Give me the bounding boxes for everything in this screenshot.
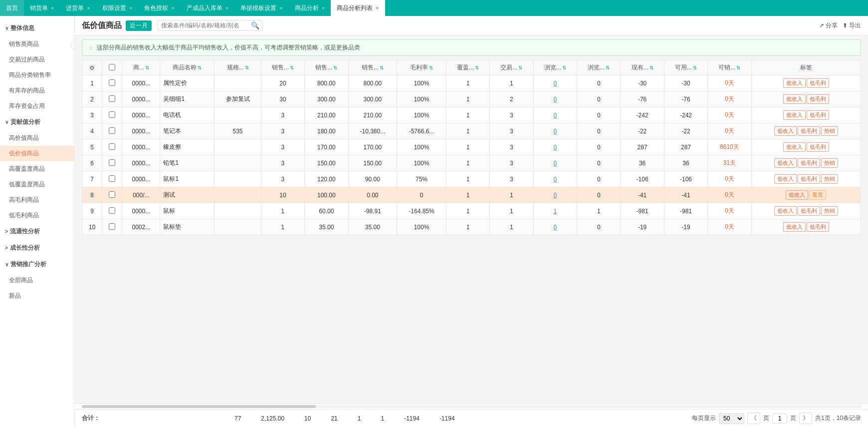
nav-product-entry[interactable]: 产成品入库单 ×: [181, 0, 234, 16]
row-check[interactable]: [102, 187, 122, 203]
sidebar-item-category-rate[interactable]: 商品分类销售率: [0, 67, 74, 83]
close-icon[interactable]: ×: [87, 5, 90, 11]
sidebar-item-stock-goods[interactable]: 有库存的商品: [0, 83, 74, 98]
browse-link[interactable]: 0: [553, 224, 557, 231]
row-checkbox[interactable]: [109, 207, 115, 214]
row-check[interactable]: [102, 203, 122, 219]
sidebar-item-stock-funds[interactable]: 库存资金占用: [0, 98, 74, 114]
row-check[interactable]: [102, 139, 122, 155]
th-saleable[interactable]: 可销...⇅: [708, 60, 751, 75]
export-button[interactable]: ⬆ 导出: [843, 21, 861, 30]
browse-link[interactable]: 0: [553, 112, 557, 119]
nav-product-analysis-list[interactable]: 商品分析列表 ×: [331, 0, 385, 16]
row-check[interactable]: [102, 91, 122, 107]
th-check[interactable]: [102, 60, 122, 75]
row-check[interactable]: [102, 75, 122, 91]
th-available[interactable]: 可用...⇅: [664, 60, 707, 75]
close-icon[interactable]: ×: [279, 5, 282, 11]
nav-template-settings[interactable]: 单据模板设置 ×: [234, 0, 288, 16]
row-check[interactable]: [102, 107, 122, 123]
browse-link[interactable]: 0: [553, 128, 557, 135]
row-checkbox[interactable]: [109, 223, 115, 230]
browse-link[interactable]: 0: [553, 192, 557, 199]
close-icon[interactable]: ×: [322, 5, 325, 11]
period-button[interactable]: 近一月: [126, 20, 152, 31]
th-sales-qty[interactable]: 销售...⇅: [261, 60, 304, 75]
browse-link[interactable]: 0: [553, 160, 557, 167]
sidebar-group-growth[interactable]: > 成长性分析: [0, 240, 74, 256]
nav-purchase[interactable]: 进货单 ×: [60, 0, 96, 16]
close-icon[interactable]: ×: [225, 5, 228, 11]
sidebar-item-low-value[interactable]: 低价值商品: [0, 146, 74, 161]
th-coverage[interactable]: 覆盖...⇅: [446, 60, 489, 75]
row-checkbox[interactable]: [109, 127, 115, 134]
th-trade[interactable]: 交易...⇅: [490, 60, 533, 75]
nav-home[interactable]: 首页: [0, 0, 24, 16]
sidebar-item-traded-goods[interactable]: 交易过的商品: [0, 52, 74, 67]
th-settings[interactable]: ⚙: [82, 60, 102, 75]
search-input[interactable]: [161, 22, 251, 29]
th-spec[interactable]: 规格...⇅: [215, 60, 261, 75]
row-checkbox[interactable]: [109, 111, 115, 118]
select-all-checkbox[interactable]: [109, 64, 115, 70]
sidebar-group-circulation[interactable]: > 流通性分析: [0, 223, 74, 240]
sidebar-item-high-margin[interactable]: 高毛利商品: [0, 192, 74, 208]
th-margin[interactable]: 毛利率⇅: [397, 60, 446, 75]
close-icon[interactable]: ×: [376, 5, 379, 11]
browse-link[interactable]: 0: [553, 80, 557, 87]
th-current[interactable]: 现有...⇅: [621, 60, 664, 75]
sidebar-item-low-coverage[interactable]: 低覆盖度商品: [0, 177, 74, 192]
sidebar-item-all-goods[interactable]: 全部商品: [0, 273, 74, 288]
close-icon[interactable]: ×: [171, 5, 174, 11]
row-check[interactable]: [102, 155, 122, 171]
row-checkbox[interactable]: [109, 79, 115, 86]
close-icon[interactable]: ×: [51, 5, 54, 11]
nav-roles[interactable]: 角色授权 ×: [138, 0, 180, 16]
row-current: -106: [621, 171, 664, 187]
browse-link[interactable]: 0: [553, 144, 557, 151]
sidebar-item-high-value[interactable]: 高价值商品: [0, 130, 74, 146]
row-checkbox[interactable]: [109, 95, 115, 102]
horizontal-scrollbar[interactable]: [82, 405, 861, 408]
sidebar-item-sales-goods[interactable]: 销售类商品: [0, 36, 74, 52]
row-browse2: 0: [577, 75, 621, 91]
row-check[interactable]: [102, 219, 122, 235]
first-page-button[interactable]: 《: [747, 413, 760, 424]
th-sales-amount[interactable]: 销售...⇅: [305, 60, 348, 75]
page-number-input[interactable]: [772, 414, 787, 424]
browse-link[interactable]: 1: [553, 208, 557, 215]
row-checkbox[interactable]: [109, 143, 115, 150]
th-tags[interactable]: 标签: [751, 60, 861, 75]
th-browse1[interactable]: 浏览...⇅: [533, 60, 577, 75]
row-check[interactable]: [102, 123, 122, 139]
row-checkbox[interactable]: [109, 191, 115, 198]
sidebar-group-contribution[interactable]: ∨ 贡献值分析: [0, 114, 74, 130]
row-browse1: 1: [533, 203, 577, 219]
next-page-button[interactable]: 》: [799, 413, 812, 424]
sidebar-item-high-coverage[interactable]: 高覆盖度商品: [0, 161, 74, 177]
th-name[interactable]: 商品名称⇅: [160, 60, 215, 75]
tag: 低收入: [783, 94, 806, 104]
share-button[interactable]: ↗ 分享: [819, 21, 838, 30]
nav-permissions[interactable]: 权限设置 ×: [96, 0, 138, 16]
nav-sales[interactable]: 销货单 ×: [24, 0, 60, 16]
search-icon[interactable]: 🔍: [251, 21, 259, 29]
browse-link[interactable]: 0: [553, 176, 557, 183]
sidebar-item-new-goods[interactable]: 新品: [0, 288, 74, 304]
close-icon[interactable]: ×: [129, 5, 132, 11]
sidebar-group-marketing[interactable]: ∨ 营销推广分析: [0, 256, 74, 273]
row-spec: [215, 219, 261, 235]
th-code[interactable]: 商...⇅: [122, 60, 160, 75]
sidebar-group-overall[interactable]: ∨ 整体信息: [0, 20, 74, 36]
row-sales-amount: 180.00: [305, 123, 348, 139]
per-page-select[interactable]: 50 100 200: [719, 413, 744, 424]
scrollbar-thumb[interactable]: [82, 405, 316, 408]
th-sales-profit[interactable]: 销售...⇅: [348, 60, 397, 75]
row-checkbox[interactable]: [109, 175, 115, 182]
nav-product-analysis[interactable]: 商品分析 ×: [289, 0, 331, 16]
row-check[interactable]: [102, 171, 122, 187]
th-browse2[interactable]: 浏览...⇅: [577, 60, 621, 75]
browse-link[interactable]: 0: [553, 96, 557, 103]
sidebar-item-low-margin[interactable]: 低毛利商品: [0, 208, 74, 223]
row-checkbox[interactable]: [109, 159, 115, 166]
